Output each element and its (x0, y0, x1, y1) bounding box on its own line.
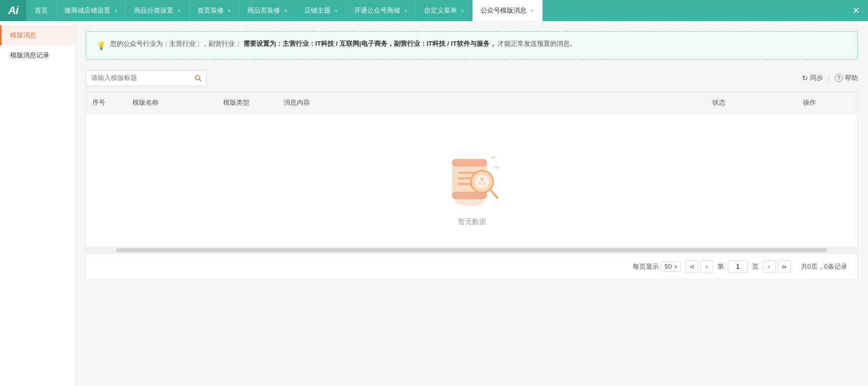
tab-shop-theme-close[interactable]: × (335, 8, 338, 14)
sidebar-item-template-msg-log-label: 模版消息记录 (10, 51, 49, 59)
search-box (86, 70, 207, 86)
tab-home-decor-close[interactable]: × (228, 8, 231, 14)
per-page-value: 50 (664, 263, 672, 270)
page-size-select: 每页显示 50 ∨ (633, 261, 681, 272)
help-label: 帮助 (845, 73, 858, 83)
tab-open-mall-close[interactable]: × (404, 8, 407, 14)
sync-label: 同步 (810, 73, 823, 83)
search-input[interactable] (86, 74, 190, 82)
tab-template-msg-close[interactable]: × (530, 8, 533, 14)
page-total: 共0页，0条记录 (801, 262, 847, 271)
col-index: 序号 (86, 98, 126, 107)
tab-custom-menu-label: 自定义菜单 (424, 6, 457, 15)
tab-home-label: 首页 (35, 6, 48, 15)
col-name: 模版名称 (126, 98, 217, 107)
tab-shop-theme-label: 店铺主题 (304, 6, 330, 15)
tab-product-category[interactable]: 商品分类设置 × (126, 0, 189, 21)
empty-state: 暂无数据 (86, 114, 857, 247)
content-area: 💡 您的公众号行业为：主营行业：，副营行业： 需要设置为：主营行业：IT科技 /… (76, 21, 868, 386)
scroll-track (116, 248, 827, 252)
first-page-button[interactable]: ⊲ (685, 260, 698, 273)
empty-illustration (442, 144, 502, 209)
page-nav: ⊲ ‹ 第 页 › ⊳ (685, 260, 791, 273)
sync-button[interactable]: ↻ 同步 (802, 73, 823, 83)
tab-home[interactable]: 首页 (27, 0, 56, 21)
per-page-dropdown[interactable]: 50 ∨ (661, 261, 681, 272)
per-page-label: 每页显示 (633, 262, 659, 271)
info-banner: 💡 您的公众号行业为：主营行业：，副营行业： 需要设置为：主营行业：IT科技 /… (86, 31, 858, 60)
logo-text: Ai (8, 4, 18, 17)
col-type: 模版类型 (217, 98, 278, 107)
tab-custom-menu-close[interactable]: × (461, 8, 464, 14)
table-header: 序号 模版名称 模版类型 消息内容 状态 操作 (86, 93, 857, 114)
help-icon: ? (835, 74, 843, 82)
sidebar-item-template-msg-label: 模版消息 (10, 31, 36, 39)
page-di-label: 第 (717, 262, 724, 271)
close-all-button[interactable]: ✕ (844, 0, 868, 21)
tab-open-mall-label: 开通公众号商城 (354, 6, 400, 15)
tab-product-category-close[interactable]: × (177, 8, 180, 14)
tab-product-decor-label: 商品页装修 (247, 6, 280, 15)
prev-page-button[interactable]: ‹ (700, 260, 713, 273)
info-banner-prefix: 您的公众号行业为：主营行业：，副营行业： (110, 40, 241, 47)
current-page-input[interactable] (728, 260, 748, 273)
tab-product-decor[interactable]: 商品页装修 × (239, 0, 296, 21)
info-banner-suffix: 才能正常发送预置的消息。 (498, 40, 576, 47)
logo-tab: Ai (0, 0, 27, 21)
svg-point-13 (479, 182, 481, 184)
help-button[interactable]: ? 帮助 (835, 73, 858, 83)
tab-shop-theme[interactable]: 店铺主题 × (296, 0, 346, 21)
info-banner-text: 您的公众号行业为：主营行业：，副营行业： 需要设置为：主营行业：IT科技 / 互… (110, 39, 576, 49)
tab-wsc-shop[interactable]: 微商城店铺设置 × (56, 0, 126, 21)
svg-point-12 (481, 178, 484, 181)
svg-point-10 (475, 175, 489, 189)
data-table: 序号 模版名称 模版类型 消息内容 状态 操作 (86, 92, 858, 280)
last-page-button[interactable]: ⊳ (778, 260, 791, 273)
svg-line-1 (199, 79, 202, 81)
tab-open-mall[interactable]: 开通公众号商城 × (346, 0, 416, 21)
bulb-icon: 💡 (96, 39, 106, 52)
tab-home-decor[interactable]: 首页装修 × (189, 0, 239, 21)
empty-text: 暂无数据 (458, 217, 486, 226)
tab-wsc-shop-label: 微商城店铺设置 (64, 6, 110, 15)
main-layout: 模版消息 模版消息记录 💡 您的公众号行业为：主营行业：，副营行业： 需要设置为… (0, 21, 868, 386)
sidebar-item-template-msg-log[interactable]: 模版消息记录 (0, 45, 75, 65)
col-content: 消息内容 (278, 98, 706, 107)
sync-icon: ↻ (802, 74, 808, 82)
col-status: 状态 (706, 98, 797, 107)
sidebar: 模版消息 模版消息记录 (0, 21, 76, 386)
toolbar-right: ↻ 同步 | ? 帮助 (802, 73, 858, 83)
sidebar-item-template-msg[interactable]: 模版消息 (0, 25, 75, 45)
tab-product-decor-close[interactable]: × (284, 8, 287, 14)
svg-line-11 (491, 190, 497, 198)
tab-wsc-shop-close[interactable]: × (114, 8, 117, 14)
col-action: 操作 (797, 98, 857, 107)
tab-template-msg-label: 公众号模版消息 (481, 6, 526, 15)
toolbar-divider: | (828, 74, 830, 82)
svg-point-14 (484, 183, 486, 185)
top-nav: Ai 首页 微商城店铺设置 × 商品分类设置 × 首页装修 × 商品页装修 × … (0, 0, 868, 21)
search-button[interactable] (190, 70, 206, 86)
search-row: ↻ 同步 | ? 帮助 (86, 70, 858, 86)
pagination: 每页显示 50 ∨ ⊲ ‹ 第 页 › ⊳ 共0页，0条记录 (86, 254, 857, 279)
horizontal-scrollbar[interactable] (86, 247, 857, 254)
tab-home-decor-label: 首页装修 (197, 6, 224, 15)
tab-product-category-label: 商品分类设置 (134, 6, 173, 15)
info-banner-highlight: 需要设置为：主营行业：IT科技 / 互联网|电子商务，副营行业：IT科技 / I… (243, 40, 496, 47)
chevron-down-icon: ∨ (674, 264, 678, 269)
svg-rect-4 (452, 159, 487, 167)
page-label: 页 (752, 262, 759, 271)
tab-custom-menu[interactable]: 自定义菜单 × (416, 0, 473, 21)
tab-template-msg[interactable]: 公众号模版消息 × (473, 0, 542, 21)
next-page-button[interactable]: › (763, 260, 776, 273)
search-icon (194, 74, 202, 82)
